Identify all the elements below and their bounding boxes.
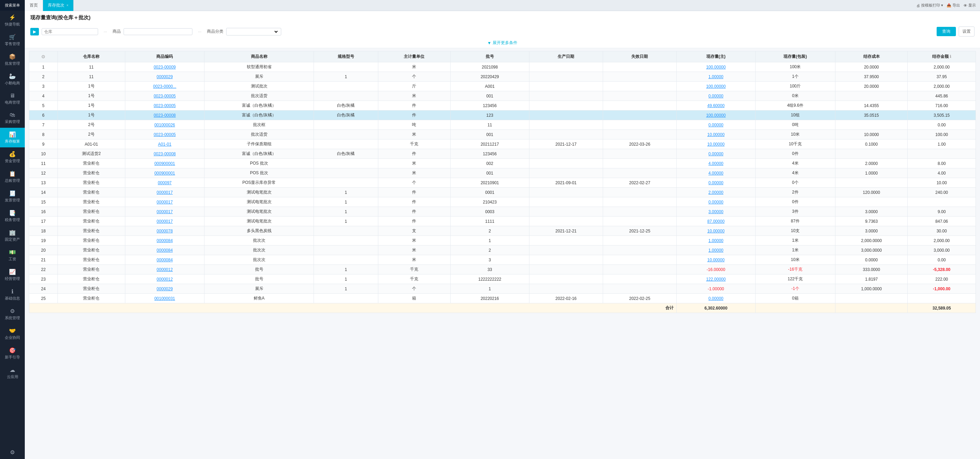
cell-code[interactable]: 0023-0000... (125, 81, 204, 91)
cell-code[interactable]: 0000078 (125, 226, 204, 236)
cell-code[interactable]: 0023-00008 (125, 149, 204, 159)
cell-code[interactable]: 0000029 (125, 72, 204, 81)
top-right-controls: 🖨 按模板打印 ▾ 📤 导出 👁 显示 (916, 3, 980, 8)
cell-code[interactable]: 0000084 (125, 236, 204, 245)
cell-qty-main[interactable]: 100.00000 (676, 62, 755, 72)
cell-code[interactable]: 0000017 (125, 217, 204, 226)
cell-code[interactable]: 0000017 (125, 188, 204, 197)
cell-warehouse: 营业柜仓 (57, 294, 125, 303)
sidebar-item-fixed-assets[interactable]: 🏢 固定资产 (0, 226, 25, 245)
cell-qty-main[interactable]: 87.00000 (676, 217, 755, 226)
category-select[interactable] (229, 29, 279, 34)
cell-qty-main[interactable]: 49.60000 (676, 101, 755, 110)
export-btn[interactable]: 📤 导出 (947, 3, 960, 8)
sidebar-item-invoice[interactable]: 🧾 发票管理 (0, 186, 25, 206)
filter-expand-btn[interactable]: ▶ (30, 28, 39, 35)
print-btn[interactable]: 🖨 按模板打印 ▾ (916, 3, 943, 8)
cell-qty-main[interactable]: 2.00000 (676, 188, 755, 197)
sidebar-item-ledger[interactable]: 📋 总账管理 (0, 167, 25, 186)
sidebar-settings-btn[interactable]: ⚙ (0, 446, 25, 459)
cell-id: 11 (29, 159, 58, 168)
cell-qty-main[interactable]: 10.00000 (676, 226, 755, 236)
sidebar-item-capital[interactable]: 💰 资金管理 (0, 147, 25, 167)
cell-amount: 0.00 (908, 120, 976, 130)
cell-qty-main[interactable]: 1.00000 (676, 72, 755, 81)
cell-id: 14 (29, 188, 58, 197)
sidebar-item-xiaoe[interactable]: 🦢 小鹅电商 (0, 70, 25, 89)
sidebar-item-wholesale[interactable]: 📦 批发管理 (0, 50, 25, 70)
cell-code[interactable]: 0023-00005 (125, 101, 204, 110)
cell-qty-main[interactable]: 0.00000 (676, 294, 755, 303)
cell-qty-main[interactable]: 0.00000 (676, 120, 755, 130)
cell-qty-main[interactable]: 4.00000 (676, 159, 755, 168)
cell-code[interactable]: 0023-00008 (125, 110, 204, 120)
search-button[interactable]: 查询 (937, 27, 956, 36)
sidebar-item-tax[interactable]: 📑 税务管理 (0, 206, 25, 226)
cell-qty-pkg: 10千克 (755, 139, 835, 149)
cell-code[interactable]: 0000012 (125, 265, 204, 274)
sidebar-item-operations[interactable]: 📈 经营管理 (0, 265, 25, 285)
cell-exp-date (603, 265, 676, 274)
sidebar-logo[interactable]: 搜索菜单 (0, 0, 25, 11)
tab-inventory-batch[interactable]: 库存批次 × (43, 0, 74, 11)
cell-code[interactable]: A01-01 (125, 139, 204, 149)
cell-cost: 35.0515 (835, 110, 907, 120)
expand-more-btn[interactable]: ▼ 展开更多条件 (30, 38, 975, 48)
cell-code[interactable]: 0000017 (125, 207, 204, 217)
cell-qty-main[interactable]: 122.00000 (676, 274, 755, 284)
cell-qty-main[interactable]: 3.00000 (676, 207, 755, 217)
cell-code[interactable]: 001000026 (125, 120, 204, 130)
set-button[interactable]: 设置 (959, 27, 975, 37)
cell-qty-main[interactable]: 10.00000 (676, 255, 755, 265)
cell-qty-main[interactable]: 1.00000 (676, 245, 755, 255)
capital-icon: 💰 (9, 151, 16, 157)
cell-name: 批号 (204, 274, 314, 284)
tab-home[interactable]: 首页 (25, 0, 43, 11)
sidebar-item-purchase[interactable]: 🛍 采购管理 (0, 108, 25, 128)
cell-code[interactable]: 000900001 (125, 168, 204, 178)
cell-qty-main[interactable]: 4.00000 (676, 168, 755, 178)
sidebar-item-guide[interactable]: 🎯 新手引导 (0, 344, 25, 363)
sidebar-item-base-info[interactable]: ℹ 基础信息 (0, 285, 25, 304)
cell-qty-main[interactable]: 0.00000 (676, 91, 755, 101)
cell-unit: 米 (378, 130, 450, 139)
tab-close-icon[interactable]: × (67, 3, 68, 7)
cell-cost: 37.9500 (835, 72, 907, 81)
warehouse-input[interactable] (44, 29, 96, 34)
tab-home-label: 首页 (30, 2, 38, 8)
sidebar-item-quick-nav[interactable]: ⚡ 快捷导航 (0, 11, 25, 30)
cell-qty-main[interactable]: 1.00000 (676, 236, 755, 245)
cell-code[interactable]: 000900001 (125, 159, 204, 168)
sidebar-item-inventory[interactable]: 📊 库存核算 (0, 128, 25, 147)
cell-qty-pkg: 0吨 (755, 120, 835, 130)
cell-code[interactable]: 0023-00005 (125, 130, 204, 139)
cell-code[interactable]: 0000084 (125, 255, 204, 265)
info-icon[interactable]: ℹ (950, 54, 951, 59)
cell-code[interactable]: 0000012 (125, 274, 204, 284)
sidebar-item-cloud[interactable]: ☁ 云应用 (0, 363, 25, 383)
cell-code[interactable]: 001000031 (125, 294, 204, 303)
cell-code[interactable]: 0000029 (125, 284, 204, 294)
sidebar-item-payroll[interactable]: 💵 工资 (0, 245, 25, 265)
cell-prod-date: 2022-02-16 (529, 294, 603, 303)
cell-code[interactable]: 000097 (125, 178, 204, 188)
cell-code[interactable]: 0023-00009 (125, 62, 204, 72)
cell-unit: 米 (378, 245, 450, 255)
cell-qty-main[interactable]: 100.00000 (676, 110, 755, 120)
sidebar-item-retail[interactable]: 🛒 零售管理 (0, 30, 25, 50)
display-btn[interactable]: 👁 显示 (964, 3, 976, 8)
sidebar-item-system[interactable]: ⚙ 系统管理 (0, 304, 25, 324)
sidebar-item-enterprise[interactable]: 🤝 企业协同 (0, 324, 25, 344)
table-row: 14 营业柜仓 0000017 测试电笔批次 1 件 0001 2.00000 … (29, 188, 976, 197)
cell-qty-main[interactable]: 10.00000 (676, 139, 755, 149)
cell-qty-main[interactable]: 0.00000 (676, 149, 755, 159)
cell-qty-main[interactable]: 0.00000 (676, 197, 755, 207)
cell-qty-main[interactable]: 10.00000 (676, 130, 755, 139)
sidebar-item-ecommerce[interactable]: 🖥 电商管理 (0, 89, 25, 108)
cell-code[interactable]: 0000017 (125, 197, 204, 207)
cell-code[interactable]: 0000084 (125, 245, 204, 255)
cell-qty-main[interactable]: 0.00000 (676, 178, 755, 188)
product-input[interactable] (126, 29, 190, 34)
cell-qty-main[interactable]: 100.00000 (676, 81, 755, 91)
cell-code[interactable]: 0023-00005 (125, 91, 204, 101)
